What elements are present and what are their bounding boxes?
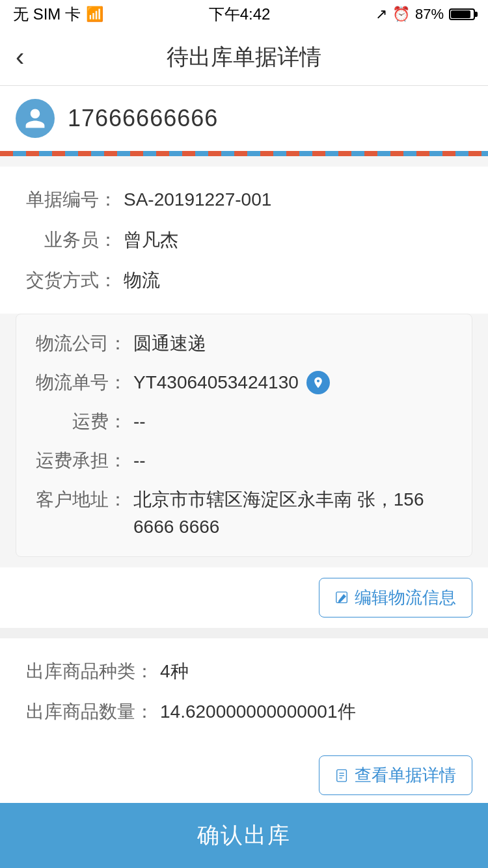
edit-icon	[335, 591, 349, 605]
address-label: 客户地址：	[36, 486, 127, 513]
goods-types-row: 出库商品种类： 4种	[26, 658, 462, 685]
goods-quantity-value: 14.620000000000001件	[160, 698, 462, 726]
delivery-value: 物流	[124, 267, 462, 294]
freight-value: --	[133, 408, 452, 435]
order-number-row: 单据编号： SA-20191227-001	[26, 186, 462, 213]
page-title: 待出库单据详情	[167, 42, 321, 72]
goods-quantity-label: 出库商品数量：	[26, 698, 154, 726]
customer-header: 17666666666	[0, 86, 488, 151]
freight-bear-label: 运费承担：	[36, 447, 127, 474]
customer-phone: 17666666666	[68, 105, 218, 132]
alarm-icon: ⏰	[392, 6, 410, 23]
freight-label: 运费：	[36, 408, 127, 435]
wifi-icon: 📶	[86, 6, 103, 23]
goods-types-label: 出库商品种类：	[26, 658, 154, 685]
goods-quantity-row: 出库商品数量： 14.620000000000001件	[26, 698, 462, 726]
view-detail-button[interactable]: 查看单据详情	[319, 755, 472, 795]
confirm-outbound-button[interactable]: 确认出库	[197, 821, 291, 850]
tracking-location-icon[interactable]	[306, 371, 330, 394]
battery-icon	[449, 8, 475, 20]
freight-row: 运费： --	[36, 408, 452, 435]
address-value: 北京市市辖区海淀区永丰南 张，156 6666 6666	[133, 486, 452, 541]
section-divider	[0, 628, 488, 638]
document-icon	[335, 768, 349, 783]
pin-icon	[312, 376, 325, 389]
freight-bear-value: --	[133, 447, 452, 474]
logistics-company-row: 物流公司： 圆通速递	[36, 330, 452, 357]
delivery-row: 交货方式： 物流	[26, 267, 462, 294]
address-row: 客户地址： 北京市市辖区海淀区永丰南 张，156 6666 6666	[36, 486, 452, 541]
logistics-card: 物流公司： 圆通速递 物流单号： YT43064053424130 运费： --	[16, 314, 472, 557]
goods-section: 出库商品种类： 4种 出库商品数量： 14.620000000000001件	[0, 638, 488, 745]
back-button[interactable]: ‹	[16, 42, 24, 72]
salesman-row: 业务员： 曾凡杰	[26, 226, 462, 254]
edit-logistics-label: 编辑物流信息	[355, 586, 456, 609]
goods-types-value: 4种	[160, 658, 462, 685]
edit-logistics-container: 编辑物流信息	[0, 567, 488, 628]
logistics-company-label: 物流公司：	[36, 330, 127, 357]
avatar	[16, 99, 55, 138]
location-status-icon: ↗	[375, 6, 387, 23]
battery-label: 87%	[415, 6, 444, 23]
delivery-label: 交货方式：	[26, 267, 117, 294]
view-detail-label: 查看单据详情	[355, 764, 456, 787]
logistics-tracking-label: 物流单号：	[36, 369, 127, 396]
status-left: 无 SIM 卡 📶	[13, 4, 103, 25]
salesman-label: 业务员：	[26, 226, 117, 254]
order-number-label: 单据编号：	[26, 186, 117, 213]
dashed-divider	[0, 151, 488, 156]
freight-bear-row: 运费承担： --	[36, 447, 452, 474]
nav-bar: ‹ 待出库单据详情	[0, 29, 488, 86]
logistics-tracking-value: YT43064053424130	[133, 369, 452, 396]
tracking-number: YT43064053424130	[133, 369, 299, 396]
order-number-value: SA-20191227-001	[124, 186, 462, 213]
view-detail-container: 查看单据详情	[0, 745, 488, 806]
salesman-value: 曾凡杰	[124, 226, 462, 254]
order-info-section: 单据编号： SA-20191227-001 业务员： 曾凡杰 交货方式： 物流	[0, 167, 488, 314]
status-right: ↗ ⏰ 87%	[375, 6, 475, 23]
logistics-tracking-row: 物流单号： YT43064053424130	[36, 369, 452, 396]
status-time: 下午4:42	[209, 4, 271, 25]
carrier-label: 无 SIM 卡	[13, 4, 81, 25]
bottom-bar: 确认出库	[0, 803, 488, 868]
status-bar: 无 SIM 卡 📶 下午4:42 ↗ ⏰ 87%	[0, 0, 488, 29]
edit-logistics-button[interactable]: 编辑物流信息	[319, 578, 472, 617]
logistics-company-value: 圆通速递	[133, 330, 452, 357]
person-icon	[23, 107, 47, 130]
